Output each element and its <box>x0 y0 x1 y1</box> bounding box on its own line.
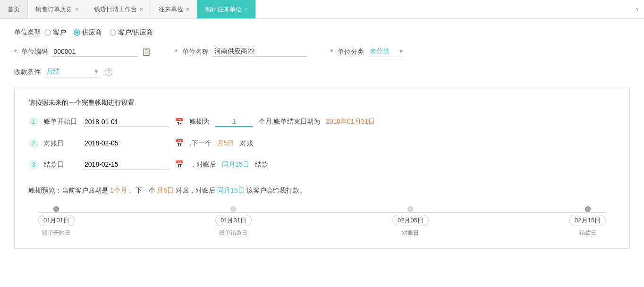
tab-scroll-arrow[interactable]: › <box>630 0 644 18</box>
timeline-badge-1: 01月01日 <box>38 215 75 226</box>
tab-sales-history[interactable]: 销售订单历史 × <box>28 0 86 18</box>
reconcile-cal-icon[interactable]: 📅 <box>175 139 184 148</box>
unit-code-star: * <box>14 48 17 56</box>
setting-label-3: 结款日 <box>44 160 77 169</box>
tab-cashier-close[interactable]: × <box>140 6 143 13</box>
setting-num-3: 3 <box>29 160 38 169</box>
preview-label: 账期预览：当前客户账期是 <box>29 186 108 194</box>
radio-supplier[interactable]: 供应商 <box>74 28 102 37</box>
preview-payment-suffix: 该客户会给我打款。 <box>246 186 306 194</box>
preview-reconcile-highlight: 月5日 <box>157 186 174 194</box>
account-start-cal-icon[interactable]: 📅 <box>175 118 184 127</box>
tab-partner-close[interactable]: × <box>186 6 189 13</box>
radio-both-label: 客户/供应商 <box>118 28 153 37</box>
unit-name-field: * 单位名称 <box>175 47 306 57</box>
preview-reconcile-suffix: 对账，对账后 <box>176 186 215 194</box>
setting-row-3: 3 结款日 📅 ，对账后 同月15日 结款 <box>29 160 615 169</box>
period-label: 账期为 <box>190 118 210 126</box>
preview-period: 1个月， <box>110 186 134 194</box>
unit-type-field: 单位类型 客户 供应商 客户/供应商 <box>14 28 153 37</box>
tab-cashier[interactable]: 钱货日清工作台 × <box>86 0 151 18</box>
setting-label-2: 对账日 <box>44 139 77 148</box>
timeline-label-2: 账单结束日 <box>219 229 247 237</box>
timeline-dot-start <box>53 206 59 212</box>
reconcile-note-prefix: ,下一个 <box>190 139 212 148</box>
timeline-wrapper: 01月01日 账单开始日 01月31日 账单结束日 02月05日 对账日 <box>29 206 615 237</box>
unit-code-label: 单位编码 <box>21 48 48 56</box>
payment-terms-row: 收款条件 月结 ▼ ? <box>14 67 630 77</box>
unit-code-copy-icon[interactable]: 📋 <box>142 47 151 56</box>
preview-payment-highlight: 同月15日 <box>217 186 245 194</box>
timeline-badge-3: 02月05日 <box>392 215 429 226</box>
unit-class-value: 未分类 <box>370 47 396 56</box>
timeline-badge-4: 02月15日 <box>569 215 606 226</box>
preview-text: 账期预览：当前客户账期是 1个月， 下一个 月5日 对账，对账后 同月15日 该… <box>29 186 615 195</box>
settings-box: 请按照未来的一个完整帐期进行设置 1 账单开始日 📅 账期为 个月,账单结束日期… <box>14 87 630 249</box>
timeline-dot-end <box>585 206 591 212</box>
tab-home-label: 首页 <box>8 5 20 14</box>
main-content: 单位类型 客户 供应商 客户/供应商 * 单位编码 <box>0 19 644 287</box>
reconcile-note-suffix: 对账 <box>240 139 253 148</box>
tab-partner[interactable]: 往来单位 × <box>151 0 197 18</box>
period-value-input[interactable] <box>215 117 253 127</box>
timeline-nodes: 01月01日 账单开始日 01月31日 账单结束日 02月05日 对账日 <box>38 206 606 237</box>
reconcile-date-input[interactable] <box>83 138 169 148</box>
setting-label-1: 账单开始日 <box>44 118 77 126</box>
radio-customer[interactable]: 客户 <box>44 28 66 37</box>
payment-note-suffix: 结款 <box>255 160 268 169</box>
unit-class-field: * 单位分类 未分类 ▼ <box>330 46 406 57</box>
unit-code-input[interactable] <box>51 47 138 57</box>
tab-home[interactable]: 首页 <box>0 0 28 18</box>
payment-date-input[interactable] <box>83 160 169 169</box>
payment-cal-icon[interactable]: 📅 <box>175 160 184 169</box>
settings-title: 请按照未来的一个完整帐期进行设置 <box>29 99 615 107</box>
tab-partner-label: 往来单位 <box>159 5 183 14</box>
preview-reconcile-prefix: 下一个 <box>136 186 155 194</box>
radio-both[interactable]: 客户/供应商 <box>110 28 153 37</box>
payment-terms-value: 月结 <box>46 68 92 76</box>
timeline-node-2: 01月31日 账单结束日 <box>215 206 252 237</box>
tab-edit-partner[interactable]: 编辑往来单位 × <box>197 0 256 18</box>
radio-both-circle <box>110 29 116 36</box>
payment-terms-help-icon[interactable]: ? <box>105 68 112 76</box>
period-unit-label: 个月,账单结束日期为 <box>259 118 320 126</box>
radio-supplier-label: 供应商 <box>82 28 102 37</box>
radio-customer-circle <box>44 29 51 36</box>
payment-terms-select[interactable]: 月结 ▼ <box>44 67 101 77</box>
unit-class-arrow-icon: ▼ <box>398 48 404 55</box>
preview-section: 账期预览：当前客户账期是 1个月， 下一个 月5日 对账，对账后 同月15日 该… <box>29 181 615 237</box>
radio-supplier-circle <box>74 29 80 36</box>
tab-edit-partner-label: 编辑往来单位 <box>205 5 242 14</box>
setting-row-1: 1 账单开始日 📅 账期为 个月,账单结束日期为 2018年01月31日 <box>29 117 615 127</box>
timeline-label-1: 账单开始日 <box>42 229 70 237</box>
timeline-node-start: 01月01日 账单开始日 <box>38 206 75 237</box>
unit-code-field: * 单位编码 📋 <box>14 47 151 57</box>
setting-num-1: 1 <box>29 117 38 127</box>
timeline-node-3: 02月05日 对账日 <box>392 206 429 237</box>
period-end-date: 2018年01月31日 <box>326 118 375 126</box>
unit-class-select[interactable]: 未分类 ▼ <box>368 46 406 57</box>
setting-num-2: 2 <box>29 139 38 148</box>
tab-sales-history-close[interactable]: × <box>75 6 78 13</box>
tab-edit-partner-close[interactable]: × <box>245 6 248 13</box>
unit-class-label: 单位分类 <box>338 48 364 56</box>
unit-name-input[interactable] <box>212 47 307 57</box>
timeline-dot-2 <box>230 206 236 212</box>
timeline-node-end: 02月15日 结款日 <box>569 206 606 237</box>
reconcile-highlight: 月5日 <box>217 139 234 148</box>
setting-row-2: 2 对账日 📅 ,下一个 月5日 对账 <box>29 138 615 148</box>
tab-sales-history-label: 销售订单历史 <box>35 5 72 14</box>
unit-name-label: 单位名称 <box>182 48 209 56</box>
timeline-badge-2: 01月31日 <box>215 215 252 226</box>
timeline-label-3: 对账日 <box>402 229 419 237</box>
tab-cashier-label: 钱货日清工作台 <box>94 5 137 14</box>
unit-type-radio-group: 客户 供应商 客户/供应商 <box>44 28 153 37</box>
unit-type-label: 单位类型 <box>14 28 41 37</box>
payment-terms-field: 收款条件 月结 ▼ ? <box>14 67 112 77</box>
account-start-date-input[interactable] <box>83 117 169 127</box>
unit-type-row: 单位类型 客户 供应商 客户/供应商 <box>14 28 630 37</box>
payment-terms-label: 收款条件 <box>14 68 41 76</box>
timeline-dot-3 <box>407 206 413 212</box>
payment-terms-arrow-icon: ▼ <box>93 68 99 75</box>
unit-info-row: * 单位编码 📋 * 单位名称 * 单位分类 未分类 ▼ <box>14 46 630 57</box>
